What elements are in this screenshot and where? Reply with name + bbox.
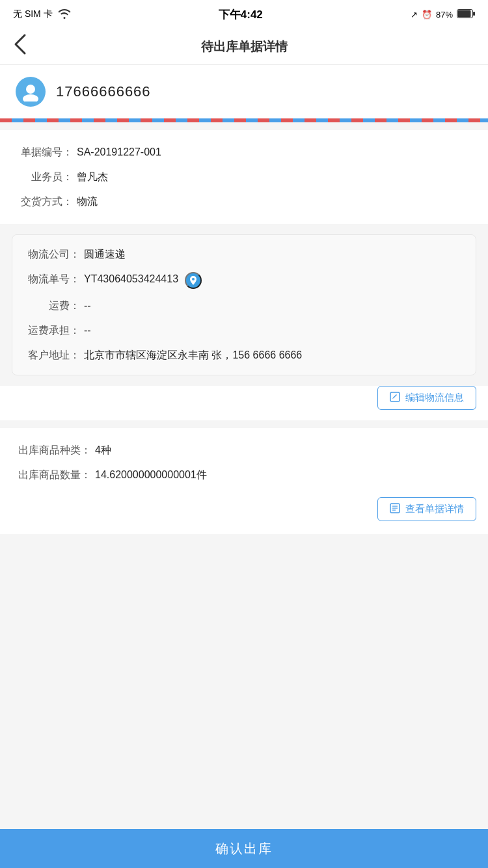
order-no-label: 单据编号：: [18, 144, 77, 160]
status-left: 无 SIM 卡: [13, 8, 71, 21]
basic-info-card: 单据编号： SA-20191227-001 业务员： 曾凡杰 交货方式： 物流: [0, 130, 488, 224]
freight-label: 运费：: [25, 298, 84, 314]
svg-point-3: [26, 85, 35, 94]
view-detail-button[interactable]: 查看单据详情: [377, 497, 476, 521]
tracking-no-value: YT43064053424413: [84, 271, 463, 289]
svg-rect-2: [473, 12, 475, 16]
tracking-no-row: 物流单号： YT43064053424413: [25, 271, 463, 289]
section-gap-2: [0, 420, 488, 428]
freight-bearer-row: 运费承担： --: [25, 323, 463, 338]
logistics-company-row: 物流公司： 圆通速递: [25, 247, 463, 262]
wifi-icon: [58, 8, 71, 21]
logistics-card: 物流公司： 圆通速递 物流单号： YT43064053424413 运费： --…: [12, 234, 476, 375]
status-time: 下午4:42: [219, 7, 263, 22]
back-button[interactable]: [13, 27, 35, 66]
goods-types-value: 4种: [95, 442, 470, 458]
confirm-outbound-button[interactable]: 确认出库: [0, 829, 488, 868]
tracking-no-label: 物流单号：: [25, 271, 84, 287]
goods-quantity-row: 出库商品数量： 14.620000000000001件: [18, 467, 470, 483]
view-detail-icon: [390, 503, 400, 515]
edit-icon: [390, 392, 400, 404]
edit-btn-row: 编辑物流信息: [0, 386, 488, 420]
track-location-button[interactable]: [185, 272, 202, 289]
edit-logistics-label: 编辑物流信息: [405, 392, 464, 404]
battery-icon: [457, 9, 475, 20]
alarm-icon: ⏰: [422, 10, 432, 20]
goods-card: 出库商品种类： 4种 出库商品数量： 14.620000000000001件: [0, 428, 488, 497]
logistics-company-label: 物流公司：: [25, 247, 84, 262]
goods-quantity-label: 出库商品数量：: [18, 467, 95, 483]
goods-types-row: 出库商品种类： 4种: [18, 442, 470, 458]
no-sim-text: 无 SIM 卡: [13, 8, 53, 20]
delivery-value: 物流: [77, 194, 470, 210]
view-detail-label: 查看单据详情: [405, 503, 464, 515]
salesperson-row: 业务员： 曾凡杰: [18, 169, 470, 185]
page-title: 待出库单据详情: [201, 38, 288, 55]
section-gap-1: [0, 122, 488, 130]
delivery-label: 交货方式：: [18, 194, 77, 210]
battery-text: 87%: [436, 10, 453, 20]
delivery-row: 交货方式： 物流: [18, 194, 470, 210]
bottom-area: 确认出库: [0, 829, 488, 868]
order-no-row: 单据编号： SA-20191227-001: [18, 144, 470, 160]
customer-header: 17666666666: [0, 65, 488, 118]
location-status-icon: ↗: [411, 10, 418, 20]
freight-value: --: [84, 298, 463, 314]
status-bar: 无 SIM 卡 下午4:42 ↗ ⏰ 87%: [0, 0, 488, 29]
logistics-company-value: 圆通速递: [84, 247, 463, 262]
avatar: [16, 77, 46, 107]
customer-phone: 17666666666: [56, 83, 151, 100]
page-filler: [0, 534, 488, 664]
salesperson-label: 业务员：: [18, 169, 77, 185]
view-btn-row: 查看单据详情: [0, 497, 488, 534]
freight-row: 运费： --: [25, 298, 463, 314]
svg-rect-1: [457, 10, 470, 17]
salesperson-value: 曾凡杰: [77, 169, 470, 185]
goods-quantity-value: 14.620000000000001件: [95, 467, 470, 483]
order-no-value: SA-20191227-001: [77, 144, 470, 160]
address-label: 客户地址：: [25, 347, 84, 363]
freight-bearer-value: --: [84, 323, 463, 338]
freight-bearer-label: 运费承担：: [25, 323, 84, 338]
status-right: ↗ ⏰ 87%: [411, 9, 475, 20]
nav-bar: 待出库单据详情: [0, 29, 488, 65]
address-row: 客户地址： 北京市市辖区海淀区永丰南 张，156 6666 6666: [25, 347, 463, 363]
address-value: 北京市市辖区海淀区永丰南 张，156 6666 6666: [84, 347, 463, 363]
svg-point-4: [23, 94, 38, 102]
edit-logistics-button[interactable]: 编辑物流信息: [377, 386, 476, 410]
goods-types-label: 出库商品种类：: [18, 442, 95, 458]
